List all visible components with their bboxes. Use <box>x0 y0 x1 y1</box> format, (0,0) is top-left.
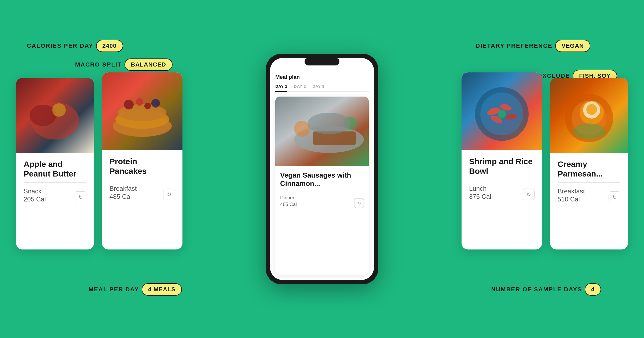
meal-per-day-badge: MEAL PER DAY 4 MEALS <box>89 283 182 296</box>
meal-per-day-value: 4 MEALS <box>142 283 182 296</box>
dietary-label: DIETARY PREFERENCE <box>476 42 552 49</box>
svg-point-2 <box>30 105 56 126</box>
phone-card-type: Dinner <box>280 194 297 201</box>
sample-days-badge: NUMBER OF SAMPLE DAYS 4 <box>491 283 601 296</box>
phone-notch <box>305 58 339 65</box>
apple-card-title: Apple and Peanut Butter <box>24 159 86 179</box>
svg-point-4 <box>52 103 66 117</box>
creamy-calories: 510 Cal <box>558 196 585 203</box>
pancakes-card[interactable]: Protein Pancakes Breakfast 485 Cal ↻ <box>102 72 182 249</box>
creamy-card-title: Creamy Parmesan... <box>558 159 620 179</box>
apple-card-image <box>16 78 94 153</box>
dietary-badge: DIETARY PREFERENCE VEGAN <box>476 40 590 52</box>
macro-badge: MACRO SPLIT BALANCED <box>75 58 173 71</box>
apple-card-info: Snack 205 Cal <box>24 187 46 203</box>
shrimp-refresh-button[interactable]: ↻ <box>523 189 535 200</box>
svg-point-32 <box>586 104 597 115</box>
apple-meal-type: Snack <box>24 187 46 196</box>
svg-point-11 <box>144 103 151 109</box>
creamy-card[interactable]: Creamy Parmesan... Breakfast 510 Cal ↻ <box>550 78 628 249</box>
phone-card-info: Dinner 485 Cal <box>280 194 297 208</box>
creamy-card-divider <box>558 182 620 183</box>
creamy-card-image <box>550 78 628 153</box>
svg-point-33 <box>573 123 605 139</box>
phone-meal-card[interactable]: Vegan Sausages with Cinnamon... Dinner 4… <box>275 97 369 275</box>
svg-point-26 <box>498 110 506 118</box>
phone-card-divider <box>280 191 364 191</box>
shrimp-card-title: Shrimp and Rice Bowl <box>469 157 535 176</box>
sample-days-label: NUMBER OF SAMPLE DAYS <box>491 286 582 293</box>
phone-card-title: Vegan Sausages with Cinnamon... <box>280 171 364 188</box>
creamy-card-body: Creamy Parmesan... Breakfast 510 Cal ↻ <box>550 153 628 249</box>
apple-card-body: Apple and Peanut Butter Snack 205 Cal ↻ <box>16 153 94 249</box>
shrimp-card-body: Shrimp and Rice Bowl Lunch 375 Cal ↻ <box>462 150 542 249</box>
sample-days-value: 4 <box>585 283 601 296</box>
macro-label: MACRO SPLIT <box>75 61 122 68</box>
shrimp-card-image <box>462 72 542 150</box>
phone-card-body: Vegan Sausages with Cinnamon... Dinner 4… <box>275 166 369 212</box>
creamy-refresh-button[interactable]: ↻ <box>609 191 620 203</box>
shrimp-card[interactable]: Shrimp and Rice Bowl Lunch 375 Cal ↻ <box>462 72 542 249</box>
meal-per-day-label: MEAL PER DAY <box>89 286 139 293</box>
phone-refresh-button[interactable]: ↻ <box>354 198 364 208</box>
shrimp-card-meta: Lunch 375 Cal ↻ <box>469 184 535 201</box>
svg-point-10 <box>136 98 143 106</box>
apple-card[interactable]: Apple and Peanut Butter Snack 205 Cal ↻ <box>16 78 94 249</box>
pancakes-calories: 485 Cal <box>109 193 137 200</box>
phone-card-image <box>275 97 369 166</box>
shrimp-card-info: Lunch 375 Cal <box>469 184 491 201</box>
pancakes-meal-type: Breakfast <box>109 184 137 193</box>
phone-tab-day2[interactable]: DAY 2 <box>294 84 306 91</box>
pancakes-refresh-button[interactable]: ↻ <box>163 189 175 200</box>
apple-card-divider <box>24 182 86 183</box>
svg-point-18 <box>308 113 350 134</box>
phone-card-calories: 485 Cal <box>280 201 297 208</box>
dietary-value: VEGAN <box>555 40 590 52</box>
phone-tab-day3[interactable]: DAY 3 <box>312 84 324 91</box>
calories-value: 2400 <box>96 40 123 52</box>
pancakes-card-divider <box>109 180 175 180</box>
calories-label: CALORIES PER DAY <box>27 42 93 49</box>
phone-card-meta: Dinner 485 Cal ↻ <box>280 194 364 208</box>
svg-point-9 <box>124 100 134 109</box>
pancakes-card-body: Protein Pancakes Breakfast 485 Cal ↻ <box>102 150 182 249</box>
pancakes-card-title: Protein Pancakes <box>109 157 175 176</box>
pancakes-card-image <box>102 72 182 150</box>
svg-point-12 <box>151 99 160 108</box>
creamy-card-meta: Breakfast 510 Cal ↻ <box>558 187 620 203</box>
phone-mockup: Meal plan DAY 1 DAY 2 DAY 3 <box>266 54 378 284</box>
pancakes-card-meta: Breakfast 485 Cal ↻ <box>109 184 175 201</box>
phone-title: Meal plan <box>275 74 369 80</box>
apple-refresh-button[interactable]: ↻ <box>75 191 86 203</box>
phone-screen: Meal plan DAY 1 DAY 2 DAY 3 <box>270 58 374 280</box>
shrimp-card-divider <box>469 180 535 180</box>
phone-tabs: DAY 1 DAY 2 DAY 3 <box>275 84 369 92</box>
shrimp-calories: 375 Cal <box>469 193 491 200</box>
shrimp-meal-type: Lunch <box>469 184 491 193</box>
phone-tab-day1[interactable]: DAY 1 <box>275 84 287 92</box>
pancakes-card-info: Breakfast 485 Cal <box>109 184 137 201</box>
phone-screen-inner: Meal plan DAY 1 DAY 2 DAY 3 <box>270 58 374 280</box>
creamy-meal-type: Breakfast <box>558 187 585 196</box>
calories-badge: CALORIES PER DAY 2400 <box>27 40 123 52</box>
apple-card-meta: Snack 205 Cal ↻ <box>24 187 86 203</box>
apple-calories: 205 Cal <box>24 196 46 203</box>
creamy-card-info: Breakfast 510 Cal <box>558 187 585 203</box>
macro-value: BALANCED <box>125 58 173 71</box>
